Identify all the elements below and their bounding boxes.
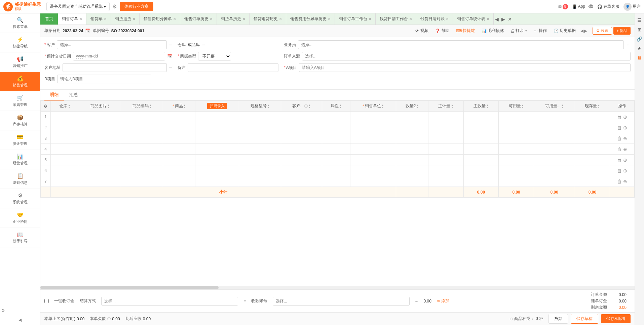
salesman-input[interactable]: [298, 40, 624, 49]
add-goods-button[interactable]: + 物品: [613, 27, 631, 35]
tab-slip-history[interactable]: 销货单历史 ✕: [217, 13, 250, 25]
rp-icon-grid[interactable]: ⊞: [636, 26, 644, 34]
note-input[interactable]: [188, 63, 278, 72]
copy-icon-2[interactable]: ⊕: [623, 125, 627, 130]
tab-close-sales-order[interactable]: ✕: [79, 17, 82, 21]
delete-icon-4[interactable]: 🗑: [617, 147, 622, 152]
sort-warehouse[interactable]: ▲▼: [68, 104, 70, 109]
sort-stock[interactable]: ▲▼: [598, 104, 600, 109]
cell-spec-5[interactable]: [239, 155, 281, 165]
add-link[interactable]: ⊕ 添加: [437, 298, 449, 304]
tab-close-sales-return[interactable]: ✕: [132, 17, 135, 21]
cell-attribute-3[interactable]: [322, 133, 350, 144]
cell-main-qty-4[interactable]: [463, 144, 499, 155]
cell-unit-3[interactable]: [350, 133, 396, 144]
one-key-checkbox[interactable]: [44, 299, 49, 303]
sidebar-item-marketing[interactable]: 📢 营销推广: [0, 52, 40, 72]
calendar-icon[interactable]: 📅: [85, 29, 90, 33]
tab-sales-slip[interactable]: 销货单 ✕: [86, 13, 111, 25]
cell-product-4[interactable]: [163, 144, 195, 155]
cell-unit-1[interactable]: [350, 112, 396, 122]
cell-qty2-1[interactable]: [396, 112, 428, 122]
receipt-account-input[interactable]: [273, 297, 410, 306]
system-selector[interactable]: 装备及固定资产辅助管理系统 ▾: [46, 2, 110, 11]
tab-sales-return[interactable]: 销货退货 ✕: [111, 13, 140, 25]
sort-available2[interactable]: ▲▼: [561, 104, 564, 109]
sort-available[interactable]: ▲▼: [522, 104, 524, 109]
cell-main-qty-6[interactable]: [463, 165, 499, 176]
delete-icon-7[interactable]: 🗑: [617, 179, 622, 184]
warehouse-dots[interactable]: ···: [202, 42, 205, 47]
cell-code-7[interactable]: [121, 176, 163, 187]
sidebar-item-management[interactable]: 📊 经营管理: [0, 150, 40, 169]
customer-input[interactable]: [57, 40, 167, 49]
cell-main-unit-5[interactable]: [428, 155, 463, 165]
toolbar-view[interactable]: 👁 视频: [413, 27, 430, 34]
sort-qty2[interactable]: ▲▼: [416, 104, 419, 109]
sort-attribute[interactable]: ▲▼: [339, 104, 342, 109]
discard-button[interactable]: 放弃: [548, 314, 568, 324]
tab-home[interactable]: 首页: [40, 13, 58, 25]
tab-close-workbench[interactable]: ✕: [369, 17, 371, 21]
cell-attribute-2[interactable]: [322, 122, 350, 133]
tab-sales-order-history[interactable]: 销售订单历史 ✕: [180, 13, 217, 25]
sort-image[interactable]: ▲▼: [107, 104, 110, 109]
sidebar-item-guide[interactable]: 📖 新手引导: [0, 228, 40, 247]
tab-close-stats[interactable]: ✕: [487, 17, 489, 21]
cell-product-6[interactable]: [163, 165, 195, 176]
cell-main-unit-7[interactable]: [428, 176, 463, 187]
cell-code-6[interactable]: [121, 165, 163, 176]
rp-icon-link[interactable]: 🔗: [636, 35, 644, 43]
tab-close-daily[interactable]: ✕: [409, 17, 412, 21]
toolbar-shortcut[interactable]: ⌨ 快捷键: [454, 27, 477, 34]
cell-product-3[interactable]: [163, 133, 195, 144]
sort-main-qty[interactable]: ▲▼: [486, 104, 489, 109]
delete-icon-6[interactable]: 🗑: [617, 168, 622, 173]
cell-spec-3[interactable]: [239, 133, 281, 144]
copy-icon-1[interactable]: ⊕: [623, 114, 627, 120]
copy-icon-6[interactable]: ⊕: [623, 168, 627, 173]
tab-nav-right[interactable]: ▶: [500, 16, 506, 22]
cell-customer-code-7[interactable]: [281, 176, 322, 187]
tab-close-slip-history[interactable]: ✕: [242, 17, 245, 21]
cell-main-qty-7[interactable]: [463, 176, 499, 187]
tab-stats[interactable]: 销售订单统计表 ✕: [453, 13, 494, 25]
customer-dots[interactable]: ···: [169, 42, 172, 47]
cell-warehouse-7[interactable]: [51, 176, 79, 187]
tab-nav-left[interactable]: ◀: [494, 16, 500, 22]
sidebar-settings[interactable]: ⚙: [0, 306, 40, 315]
toolbar-history[interactable]: 🕐 历史单据: [552, 27, 578, 34]
cell-product-5[interactable]: [163, 155, 195, 165]
tab-expense-history[interactable]: 销售费用分摊单历史 ✕: [286, 13, 335, 25]
address-input[interactable]: [63, 63, 167, 72]
cell-qty2-6[interactable]: [396, 165, 428, 176]
cell-warehouse-5[interactable]: [51, 155, 79, 165]
sidebar-item-enterprise[interactable]: 🤝 企业协同: [0, 208, 40, 228]
sidebar-item-inventory[interactable]: 📦 库存核算: [0, 111, 40, 130]
order-source-input[interactable]: [302, 52, 631, 60]
cell-customer-code-3[interactable]: [281, 133, 322, 144]
cell-spec-7[interactable]: [239, 176, 281, 187]
cell-spec-2[interactable]: [239, 122, 281, 133]
cell-customer-code-4[interactable]: [281, 144, 322, 155]
message-item[interactable]: ✉ ✉ 8: [558, 4, 568, 9]
toolbar-help[interactable]: ❓ 帮助: [433, 27, 451, 34]
settings-button[interactable]: ⚙ 设置: [593, 27, 612, 35]
nav-next-icon[interactable]: ▶: [584, 29, 587, 33]
cell-qty2-7[interactable]: [396, 176, 428, 187]
scrollbar-thumb[interactable]: [40, 286, 219, 289]
tab-sales-expense[interactable]: 销售费用分摊单 ✕: [140, 13, 180, 25]
delete-icon-1[interactable]: 🗑: [617, 114, 622, 120]
cell-product-2[interactable]: [163, 122, 195, 133]
toolbar-profit[interactable]: 📊 毛利预览: [480, 27, 506, 34]
tab-daily-workbench[interactable]: 钱货日清工作台 ✕: [376, 13, 416, 25]
sort-main-unit[interactable]: ▲▼: [451, 104, 453, 109]
cell-qty2-5[interactable]: [396, 155, 428, 165]
address-dots[interactable]: ···: [169, 65, 172, 70]
receipt-dots[interactable]: ···: [415, 299, 418, 303]
tab-close-expense-history[interactable]: ✕: [328, 17, 331, 21]
cell-customer-code-5[interactable]: [281, 155, 322, 165]
cell-warehouse-1[interactable]: [51, 112, 79, 122]
rp-icon-screen[interactable]: 🖥: [636, 54, 644, 62]
delete-icon-5[interactable]: 🗑: [617, 157, 622, 163]
